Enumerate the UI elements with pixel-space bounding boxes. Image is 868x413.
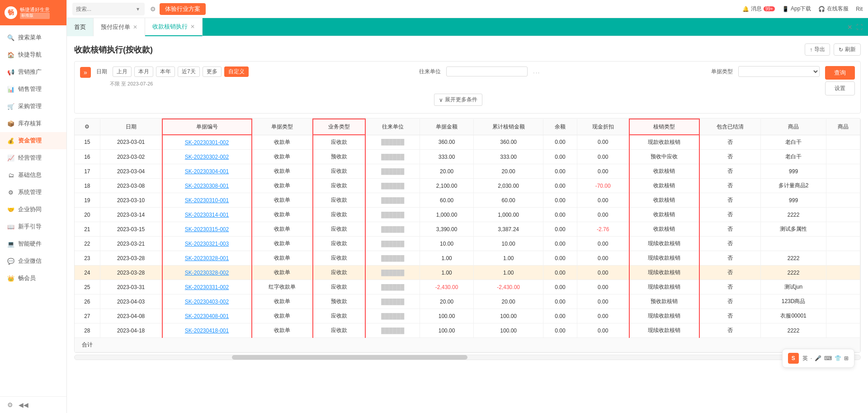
table-cell[interactable]: SK-20230331-002 (162, 280, 252, 294)
table-row[interactable]: 232023-03-28SK-20230328-001收款单应收款██████1… (75, 251, 860, 266)
table-cell[interactable]: SK-20230418-001 (162, 323, 252, 338)
tab-prepay[interactable]: 预付应付单 ✕ (94, 18, 145, 36)
table-cell: 2023-03-10 (100, 193, 162, 208)
topbar-gear-icon[interactable]: ⚙ (150, 5, 156, 13)
filter-date-lastmonth[interactable]: 上月 (113, 66, 132, 77)
table-cell[interactable]: SK-20230302-002 (162, 150, 252, 164)
table-cell: 2023-04-18 (100, 323, 162, 338)
table-row[interactable]: 182023-03-08SK-20230308-001收款单应收款██████2… (75, 179, 860, 193)
sidebar-item-quicknav[interactable]: 🏠 快捷导航 (0, 46, 66, 63)
app-download-btn[interactable]: 📱 App下载 (782, 5, 811, 13)
sidebar-item-operation[interactable]: 📈 经营管理 (0, 149, 66, 166)
online-service-btn[interactable]: 🎧 在线客服 (818, 5, 849, 13)
shirt-icon[interactable]: 👕 (835, 355, 841, 361)
sidebar-item-guide[interactable]: 📖 新手引导 (0, 218, 66, 235)
sidebar-item-basic[interactable]: 🗂 基础信息 (0, 166, 66, 184)
filter-date-thisyear[interactable]: 本年 (156, 66, 175, 77)
table-row[interactable]: 242023-03-28SK-20230328-002收款单应收款██████1… (75, 266, 860, 280)
horizontal-scrollbar[interactable] (74, 355, 861, 360)
sidebar-item-enterprise[interactable]: 🤝 企业协同 (0, 201, 66, 218)
table-cell[interactable]: SK-20230310-001 (162, 193, 252, 208)
table-row[interactable]: 152023-03-01SK-20230301-002收款单应收款██████3… (75, 135, 860, 150)
table-cell: 20.00 (420, 294, 474, 309)
sidebar-item-member[interactable]: 👑 畅会员 (0, 270, 66, 287)
table-cell: 2222 (760, 266, 826, 280)
col-gear[interactable]: ⚙ (75, 119, 100, 135)
table-row[interactable]: 272023-04-08SK-20230408-001收款单应收款██████1… (75, 309, 860, 323)
english-icon[interactable]: 英 (802, 355, 808, 362)
filter-row-1: 日期 上月 本月 本年 近7天 更多 自定义 往来单位 ... (96, 66, 820, 77)
watermark-logo: S (788, 353, 799, 364)
grid-icon[interactable]: ⊞ (844, 355, 849, 361)
refresh-btn[interactable]: ↻ 刷新 (834, 43, 861, 56)
table-row[interactable]: 172023-03-04SK-20230304-001收款单应收款██████2… (75, 164, 860, 179)
sidebar-label-search: 搜索菜单 (18, 33, 42, 42)
settings-bottom-icon[interactable]: ⚙ (7, 401, 13, 408)
table-cell: 0.00 (577, 280, 629, 294)
table-row[interactable]: 222023-03-21SK-20230321-003收款单应收款██████1… (75, 237, 860, 251)
table-cell[interactable]: SK-20230328-002 (162, 266, 252, 280)
filter-date-thismonth[interactable]: 本月 (134, 66, 153, 77)
close-window-icon[interactable]: ✕ (847, 24, 853, 31)
table-cell: 23 (75, 251, 100, 266)
filter-date-more[interactable]: 更多 (203, 66, 222, 77)
topbar-search-input[interactable] (76, 6, 135, 12)
filter-query-btn[interactable]: 查询 (825, 66, 855, 80)
collapse-icon[interactable]: ◀◀ (19, 401, 28, 408)
tab-prepay-close[interactable]: ✕ (133, 24, 137, 30)
table-cell[interactable]: SK-20230328-001 (162, 251, 252, 266)
table-cell[interactable]: SK-20230408-001 (162, 309, 252, 323)
sidebar-item-sales[interactable]: 📊 销售管理 (0, 81, 66, 98)
filter-customer-input[interactable] (446, 66, 528, 76)
table-cell: 333.00 (474, 150, 543, 164)
table-cell: 测试多属性 (760, 222, 826, 237)
export-btn[interactable]: ↑ 导出 (805, 43, 830, 56)
col-discount: 现金折扣 (577, 119, 629, 135)
table-row[interactable]: 192023-03-10SK-20230310-001收款单应收款██████6… (75, 193, 860, 208)
table-row[interactable]: 282023-04-18SK-20230418-001收款单应收款██████1… (75, 323, 860, 338)
keyboard-icon[interactable]: ⌨ (824, 355, 832, 361)
filter-settings-btn[interactable]: 设置 (825, 81, 855, 95)
tab-collection[interactable]: 收款核销执行 ✕ (145, 18, 203, 36)
sidebar-item-marketing[interactable]: 📢 营销推广 (0, 63, 66, 81)
sidebar-item-wechat[interactable]: 💬 企业微信 (0, 252, 66, 270)
table-row[interactable]: 202023-03-14SK-20230314-001收款单应收款██████1… (75, 208, 860, 222)
table-cell: 17 (75, 164, 100, 179)
table-cell[interactable]: SK-20230403-002 (162, 294, 252, 309)
table-cell[interactable]: SK-20230321-003 (162, 237, 252, 251)
filter-expand-btn[interactable]: ∨ 展开更多条件 (434, 94, 482, 106)
sidebar-item-capital[interactable]: 💰 资金管理 (0, 132, 66, 149)
table-cell[interactable]: SK-20230314-001 (162, 208, 252, 222)
solution-btn[interactable]: 体验行业方案 (160, 3, 206, 15)
sidebar-label-capital: 资金管理 (18, 137, 42, 145)
tab-home[interactable]: 首页 (67, 18, 94, 36)
filter-date-7days[interactable]: 近7天 (178, 66, 200, 77)
table-row[interactable]: 162023-03-02SK-20230302-002收款单预收款██████3… (75, 150, 860, 164)
table-cell[interactable]: SK-20230308-001 (162, 179, 252, 193)
sidebar-item-hardware[interactable]: 💻 智能硬件 (0, 235, 66, 252)
mic-icon[interactable]: 🎤 (815, 355, 821, 361)
sidebar-bottom: ⚙ ◀◀ (0, 396, 66, 413)
tab-collection-close[interactable]: ✕ (190, 24, 195, 30)
maximize-icon[interactable]: ⛶ (856, 24, 863, 31)
sidebar-item-system[interactable]: ⚙ 系统管理 (0, 184, 66, 201)
scrollbar-thumb[interactable] (232, 355, 467, 360)
notification-btn[interactable]: 🔔 消息 99+ (742, 5, 775, 13)
table-row[interactable]: 252023-03-31SK-20230331-002红字收款单应收款█████… (75, 280, 860, 294)
filter-voucher-select[interactable] (738, 66, 820, 77)
user-btn[interactable]: Rit (856, 6, 863, 12)
sidebar-item-inventory[interactable]: 📦 库存核算 (0, 115, 66, 132)
sidebar-label-wechat: 企业微信 (18, 257, 42, 265)
sidebar-item-purchase[interactable]: 🛒 采购管理 (0, 98, 66, 115)
filter-date-custom[interactable]: 自定义 (224, 66, 249, 77)
topbar-dropdown-arrow[interactable]: ▾ (137, 6, 139, 12)
table-cell[interactable]: SK-20230304-001 (162, 164, 252, 179)
table-cell[interactable]: SK-20230301-002 (162, 135, 252, 150)
capital-icon: 💰 (7, 138, 14, 144)
filter-toggle-btn[interactable]: » (80, 67, 91, 78)
sidebar-item-search[interactable]: 🔍 搜索菜单 (0, 29, 66, 46)
table-cell[interactable]: SK-20230315-002 (162, 222, 252, 237)
table-row[interactable]: 262023-04-03SK-20230403-002收款单预收款██████2… (75, 294, 860, 309)
table-cell: 多计量商品2 (760, 179, 826, 193)
table-row[interactable]: 212023-03-15SK-20230315-002收款单应收款██████3… (75, 222, 860, 237)
